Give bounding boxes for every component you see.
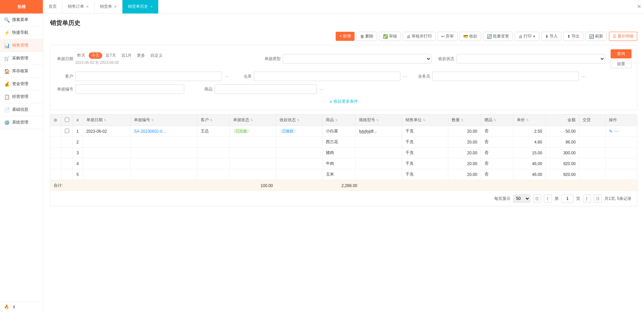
collect-button[interactable]: 💳 收款 bbox=[459, 32, 481, 41]
cell-unit: 千克 bbox=[402, 158, 448, 169]
row-checkbox[interactable] bbox=[65, 129, 69, 133]
content-area: 销货单历史 + 新增 🗑 删除 ✅ 审核 🖨 审核并打印 bbox=[43, 14, 644, 312]
refresh-button[interactable]: 🔃 刷新 bbox=[585, 32, 607, 41]
abandon-button[interactable]: ↩ 弃审 bbox=[438, 32, 457, 41]
tab-bar-close[interactable]: ✕ bbox=[637, 3, 644, 10]
cell-checkbox bbox=[61, 137, 73, 148]
first-page-button[interactable]: ⟨⟨ bbox=[533, 194, 541, 203]
th-settings[interactable]: ⚙ bbox=[50, 114, 61, 126]
settings-icon[interactable]: ⚙ bbox=[54, 118, 57, 123]
date-tabs: 昨天 今天 近7天 近1月 更多 自定义 bbox=[75, 52, 165, 59]
sidebar-item-quick-nav[interactable]: ⚡ 快捷导航 bbox=[0, 26, 43, 39]
th-gift[interactable]: 赠品 ⇅ bbox=[481, 114, 513, 126]
collect-icon: 💳 bbox=[463, 34, 468, 39]
tab-sales-delivery[interactable]: 销货单 ✕ bbox=[94, 0, 122, 14]
display-detail-button[interactable]: ☰ 显示明细 bbox=[609, 32, 637, 41]
th-goods[interactable]: 商品 ⇅ bbox=[323, 114, 356, 126]
prev-page-button[interactable]: ⟨ bbox=[544, 194, 552, 203]
cell-docno: SA-20230602-0... bbox=[131, 126, 197, 137]
print-button[interactable]: 🖨 打印 ▼ bbox=[515, 32, 539, 41]
audit-print-button[interactable]: 🖨 审核并打印 bbox=[403, 32, 436, 41]
th-quantity[interactable]: 数量 ⇅ bbox=[448, 114, 481, 126]
cell-amount: 920.00 bbox=[546, 158, 579, 169]
cell-customer bbox=[197, 169, 229, 180]
cell-unit: 千克 bbox=[402, 137, 448, 148]
sort-icon-docno: ⇅ bbox=[151, 118, 154, 122]
th-unit[interactable]: 销售单位 ⇅ bbox=[402, 114, 448, 126]
salesperson-dots[interactable]: ··· bbox=[582, 74, 586, 79]
date-tab-1month[interactable]: 近1月 bbox=[119, 52, 134, 59]
sidebar-item-sys-mgmt[interactable]: ⚙️ 系统管理 bbox=[0, 116, 43, 129]
import-button[interactable]: ⬇ 导入 bbox=[541, 32, 561, 41]
th-doc-status[interactable]: 单据状态 ⇅ bbox=[230, 114, 276, 126]
sidebar-item-label: 基础信息 bbox=[12, 107, 28, 112]
th-index: # bbox=[73, 114, 83, 126]
export-icon: ⬆ bbox=[567, 34, 570, 39]
delete-button[interactable]: 🗑 删除 bbox=[357, 32, 377, 41]
last-page-button[interactable]: ⟩⟩ bbox=[594, 194, 602, 203]
query-button[interactable]: 查询 bbox=[611, 49, 632, 58]
tab-sales-order-close[interactable]: ✕ bbox=[86, 5, 89, 8]
audit-button[interactable]: ✅ 审核 bbox=[379, 32, 401, 41]
table-row: 3 猪肉 千克 20.00 否 15.00 300.00 bbox=[50, 148, 637, 158]
date-tab-yesterday[interactable]: 昨天 bbox=[75, 52, 87, 59]
sidebar-item-inventory[interactable]: 🏠 库存核算 bbox=[0, 65, 43, 78]
date-label: 单据日期 bbox=[56, 56, 73, 62]
date-tab-custom[interactable]: 自定义 bbox=[148, 52, 165, 59]
th-payment-status[interactable]: 收款状态 ⇅ bbox=[276, 114, 323, 126]
cell-docno bbox=[131, 148, 197, 158]
table-row: 2 西兰花 千克 20.00 否 4.80 96.00 bbox=[50, 137, 637, 148]
th-spec[interactable]: 规格型号 ⇅ bbox=[356, 114, 402, 126]
tab-sales-history-close[interactable]: ✕ bbox=[150, 5, 153, 8]
tab-home[interactable]: 首页 bbox=[43, 0, 62, 14]
payment-status-select[interactable] bbox=[456, 54, 605, 63]
date-tab-7days[interactable]: 近7天 bbox=[104, 52, 118, 59]
export-button[interactable]: ⬆ 导出 bbox=[563, 32, 583, 41]
lightning-icon: ⚡ bbox=[4, 30, 9, 35]
current-page-input[interactable] bbox=[561, 194, 573, 203]
docno-link[interactable]: SA-20230602-0... bbox=[134, 129, 166, 134]
goods-input[interactable] bbox=[215, 84, 317, 94]
cell-unit: 千克 bbox=[402, 148, 448, 158]
batch-icon: 🔄 bbox=[487, 34, 492, 39]
sidebar-item-operations[interactable]: 📋 经营管理 bbox=[0, 90, 43, 103]
collapse-button[interactable]: ∧ 收起更多条件 bbox=[56, 97, 632, 106]
page-size-select[interactable]: 50 100 bbox=[513, 194, 530, 203]
edit-button[interactable]: ✎ bbox=[609, 129, 613, 134]
date-tab-today[interactable]: 今天 bbox=[89, 52, 102, 59]
date-tab-more[interactable]: 更多 bbox=[135, 52, 147, 59]
sidebar-item-basic-info[interactable]: 📄 基础信息 bbox=[0, 103, 43, 116]
settings-button[interactable]: 设置 bbox=[611, 60, 632, 68]
th-docno[interactable]: 单据编号 ⇅ bbox=[131, 114, 197, 126]
cell-customer bbox=[197, 158, 229, 169]
batch-change-button[interactable]: 🔄 批量变更 bbox=[483, 32, 513, 41]
warehouse-input[interactable] bbox=[254, 72, 400, 81]
tab-sales-delivery-close[interactable]: ✕ bbox=[114, 5, 117, 8]
filter-row-3: 单据编号 商品 ··· bbox=[56, 84, 632, 94]
docno-input[interactable] bbox=[75, 84, 184, 94]
sidebar-item-sales-mgmt[interactable]: 📊 销售管理 bbox=[0, 39, 43, 52]
next-page-button[interactable]: ⟩ bbox=[583, 194, 591, 203]
sidebar-item-finance[interactable]: 💰 资金管理 bbox=[0, 78, 43, 90]
select-all-checkbox[interactable] bbox=[65, 118, 69, 122]
doc-type-select[interactable] bbox=[283, 54, 431, 63]
th-customer[interactable]: 客户 ⇅ bbox=[197, 114, 229, 126]
cell-amount: 96.00 bbox=[546, 137, 579, 148]
more-ops-button[interactable]: ⋯ bbox=[614, 129, 619, 134]
customer-dots[interactable]: ··· bbox=[225, 74, 229, 79]
cell-payment-status bbox=[276, 148, 323, 158]
clipboard-icon: 📋 bbox=[4, 94, 9, 100]
th-price[interactable]: 单价 ⇅ bbox=[513, 114, 545, 126]
tab-sales-history[interactable]: 销货单历史 ✕ bbox=[122, 0, 159, 14]
list-icon: ☰ bbox=[613, 34, 616, 39]
cell-spec bbox=[356, 148, 402, 158]
th-date[interactable]: 单据日期 ⇅ bbox=[83, 114, 131, 126]
salesperson-input[interactable] bbox=[432, 72, 579, 81]
warehouse-dots[interactable]: ··· bbox=[403, 74, 407, 79]
customer-input[interactable] bbox=[75, 72, 222, 81]
sidebar-item-purchase-mgmt[interactable]: 🛒 采购管理 bbox=[0, 52, 43, 65]
goods-dots[interactable]: ··· bbox=[319, 86, 324, 92]
tab-sales-order[interactable]: 销售订单 ✕ bbox=[62, 0, 94, 14]
new-button[interactable]: + 新增 bbox=[336, 32, 355, 41]
sidebar-item-search-menu[interactable]: 🔍 搜索菜单 bbox=[0, 14, 43, 26]
